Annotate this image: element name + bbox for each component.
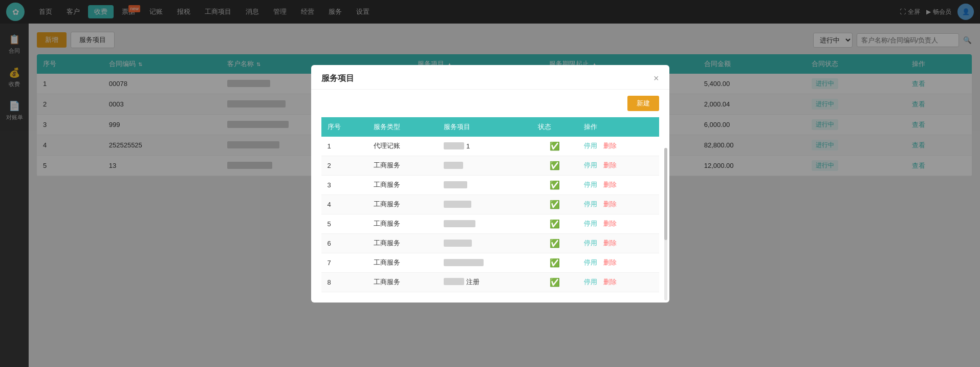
delete-button[interactable]: 删除 <box>603 220 617 227</box>
status-check-icon: ✅ <box>550 258 560 267</box>
modal-cell-action[interactable]: 停用 删除 <box>578 253 659 272</box>
modal-cell-item <box>438 233 532 253</box>
status-check-icon: ✅ <box>550 181 560 189</box>
modal-new-button[interactable]: 新建 <box>627 96 659 111</box>
delete-button[interactable]: 删除 <box>603 181 617 188</box>
modal-cell-action[interactable]: 停用 删除 <box>578 137 659 156</box>
status-check-icon: ✅ <box>550 200 560 209</box>
modal-cell-seq: 1 <box>321 137 367 156</box>
modal-table-row: 3 工商服务 ✅ 停用 删除 <box>321 175 659 195</box>
modal-col-seq: 序号 <box>321 117 367 137</box>
modal-cell-seq: 3 <box>321 175 367 195</box>
status-check-icon: ✅ <box>550 142 560 150</box>
modal-tbody: 1 代理记账 1 ✅ 停用 删除 2 工商服务 ✅ 停用 删除 3 工商服务 ✅… <box>321 137 659 292</box>
modal-title: 服务项目 <box>321 73 354 84</box>
modal-col-item: 服务项目 <box>438 117 532 137</box>
modal-cell-seq: 4 <box>321 195 367 214</box>
stop-button[interactable]: 停用 <box>584 142 597 149</box>
modal-cell-type: 代理记账 <box>367 137 438 156</box>
modal-overlay[interactable]: 服务项目 × 新建 序号 服务类型 服务项目 状态 操作 1 代理记账 <box>0 0 980 367</box>
modal-cell-action[interactable]: 停用 删除 <box>578 214 659 233</box>
modal-cell-item <box>438 214 532 233</box>
modal-cell-seq: 2 <box>321 156 367 175</box>
modal-cell-action[interactable]: 停用 删除 <box>578 156 659 175</box>
modal-table-row: 1 代理记账 1 ✅ 停用 删除 <box>321 137 659 156</box>
status-check-icon: ✅ <box>550 161 560 170</box>
modal-cell-status: ✅ <box>532 233 578 253</box>
modal-cell-type: 工商服务 <box>367 214 438 233</box>
modal-table-row: 8 工商服务 注册 ✅ 停用 删除 <box>321 272 659 292</box>
modal-cell-status: ✅ <box>532 272 578 292</box>
status-check-icon: ✅ <box>550 239 560 248</box>
modal-table-row: 6 工商服务 ✅ 停用 删除 <box>321 233 659 253</box>
modal-cell-item <box>438 156 532 175</box>
modal-close-button[interactable]: × <box>654 73 659 84</box>
modal-cell-type: 工商服务 <box>367 195 438 214</box>
stop-button[interactable]: 停用 <box>584 181 597 188</box>
modal-cell-action[interactable]: 停用 删除 <box>578 233 659 253</box>
stop-button[interactable]: 停用 <box>584 161 597 169</box>
delete-button[interactable]: 删除 <box>603 200 617 208</box>
stop-button[interactable]: 停用 <box>584 258 597 266</box>
modal-cell-status: ✅ <box>532 253 578 272</box>
modal-cell-status: ✅ <box>532 156 578 175</box>
modal-header-row: 序号 服务类型 服务项目 状态 操作 <box>321 117 659 137</box>
modal-cell-type: 工商服务 <box>367 272 438 292</box>
modal-cell-seq: 5 <box>321 214 367 233</box>
stop-button[interactable]: 停用 <box>584 239 597 247</box>
modal-cell-action[interactable]: 停用 删除 <box>578 175 659 195</box>
modal-cell-action[interactable]: 停用 删除 <box>578 272 659 292</box>
modal-header: 服务项目 × <box>311 65 669 90</box>
modal-col-status: 状态 <box>532 117 578 137</box>
modal-col-action: 操作 <box>578 117 659 137</box>
delete-button[interactable]: 删除 <box>603 142 617 149</box>
modal-cell-action[interactable]: 停用 删除 <box>578 195 659 214</box>
modal-cell-seq: 8 <box>321 272 367 292</box>
delete-button[interactable]: 删除 <box>603 278 617 286</box>
status-check-icon: ✅ <box>550 278 560 287</box>
modal-cell-item: 1 <box>438 137 532 156</box>
service-items-modal: 服务项目 × 新建 序号 服务类型 服务项目 状态 操作 1 代理记账 <box>311 65 669 303</box>
modal-col-type: 服务类型 <box>367 117 438 137</box>
modal-table: 序号 服务类型 服务项目 状态 操作 1 代理记账 1 ✅ 停用 删除 2 工商… <box>321 117 659 292</box>
modal-cell-status: ✅ <box>532 137 578 156</box>
stop-button[interactable]: 停用 <box>584 200 597 208</box>
modal-table-row: 7 工商服务 ✅ 停用 删除 <box>321 253 659 272</box>
stop-button[interactable]: 停用 <box>584 220 597 227</box>
modal-cell-seq: 6 <box>321 233 367 253</box>
modal-table-row: 2 工商服务 ✅ 停用 删除 <box>321 156 659 175</box>
modal-cell-item <box>438 253 532 272</box>
modal-cell-type: 工商服务 <box>367 233 438 253</box>
modal-cell-type: 工商服务 <box>367 175 438 195</box>
delete-button[interactable]: 删除 <box>603 161 617 169</box>
modal-toolbar: 新建 <box>311 90 669 117</box>
modal-cell-item: 注册 <box>438 272 532 292</box>
delete-button[interactable]: 删除 <box>603 258 617 266</box>
status-check-icon: ✅ <box>550 220 560 228</box>
modal-cell-status: ✅ <box>532 195 578 214</box>
modal-cell-status: ✅ <box>532 175 578 195</box>
scrollbar-thumb[interactable] <box>664 148 667 240</box>
modal-cell-type: 工商服务 <box>367 253 438 272</box>
scrollbar-track <box>664 148 667 300</box>
modal-cell-item <box>438 195 532 214</box>
modal-table-container: 序号 服务类型 服务项目 状态 操作 1 代理记账 1 ✅ 停用 删除 2 工商… <box>311 117 669 303</box>
modal-cell-type: 工商服务 <box>367 156 438 175</box>
modal-cell-item <box>438 175 532 195</box>
modal-cell-status: ✅ <box>532 214 578 233</box>
modal-table-row: 5 工商服务 ✅ 停用 删除 <box>321 214 659 233</box>
modal-table-row: 4 工商服务 ✅ 停用 删除 <box>321 195 659 214</box>
modal-cell-seq: 7 <box>321 253 367 272</box>
stop-button[interactable]: 停用 <box>584 278 597 286</box>
delete-button[interactable]: 删除 <box>603 239 617 247</box>
